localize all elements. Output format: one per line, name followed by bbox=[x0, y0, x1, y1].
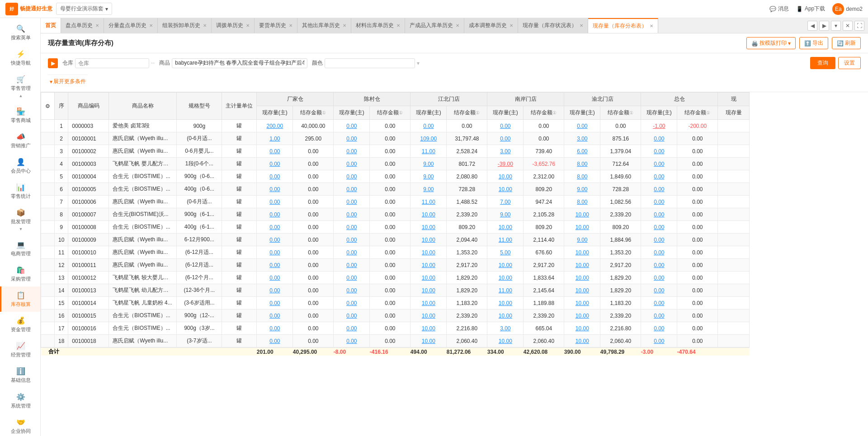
cell-c4-amt-10: 676.60 bbox=[524, 246, 564, 259]
tab-outbound[interactable]: 其他出库单历史 ✕ bbox=[297, 18, 351, 33]
cell-no-13: 14 bbox=[55, 284, 68, 297]
sidebar-inventory-label: 库存核算 bbox=[11, 301, 31, 307]
tab-stock-dist[interactable]: 现存量（库存分布表） ✕ bbox=[588, 18, 658, 33]
tab-expand-btn[interactable]: ⛶ bbox=[854, 21, 864, 31]
tab-assembly-close[interactable]: ✕ bbox=[203, 23, 207, 28]
cell-c4-amt-1: 0.00 bbox=[524, 132, 564, 145]
cell-c2-qty-8: 0.00 bbox=[334, 221, 370, 234]
cell-c1-amt-9: 0.00 bbox=[293, 234, 334, 246]
table-wrapper: ⚙ 序 商品编码 商品名称 规格型号 主计量单位 厂家仓 陈村仓 江北门店 南岸… bbox=[41, 92, 868, 436]
tab-stocktake-close[interactable]: ✕ bbox=[95, 23, 99, 28]
tab-cost-adjust[interactable]: 成本调整单历史 ✕ bbox=[464, 18, 518, 33]
cell-c2-amt-7: 0.00 bbox=[370, 208, 410, 221]
tab-material-out[interactable]: 材料出库单历史 ✕ bbox=[351, 18, 405, 33]
sidebar-item-collab[interactable]: 🤝 企业协同 bbox=[0, 413, 40, 436]
tab-home-label: 首页 bbox=[45, 22, 56, 29]
tab-close-all-btn[interactable]: ✕ bbox=[843, 21, 853, 31]
cell-total-amt-0: -200.00 bbox=[677, 120, 718, 132]
sidebar-item-finance[interactable]: 💰 资金管理 bbox=[0, 312, 40, 337]
print-btn[interactable]: 🖨️ 按模版打印 ▾ bbox=[746, 37, 796, 49]
cell-no-5: 6 bbox=[55, 183, 68, 196]
cell-c4-amt-4: 2,312.00 bbox=[524, 170, 564, 183]
sidebar-item-wholesale[interactable]: 📦 批发管理 ▼ bbox=[0, 204, 40, 235]
tab-product-in[interactable]: 产成品入库单历史 ✕ bbox=[405, 18, 464, 33]
message-btn[interactable]: 💬 消息 bbox=[769, 5, 789, 13]
app-download-btn[interactable]: 📱 App下载 bbox=[796, 5, 825, 13]
sidebar-item-purchase[interactable]: 🛍️ 采购管理 bbox=[0, 261, 40, 286]
sidebar-item-mall[interactable]: 🏪 零售商城 bbox=[0, 103, 40, 128]
cell-c4-qty-10: 5.00 bbox=[487, 246, 524, 259]
sidebar-item-stats[interactable]: 📊 零售统计 bbox=[0, 178, 40, 204]
sidebar-item-member[interactable]: 👤 会员中心 bbox=[0, 153, 40, 178]
cell-extra-14 bbox=[718, 297, 750, 309]
tab-order[interactable]: 要货单历史 ✕ bbox=[255, 18, 297, 33]
warehouse-input[interactable] bbox=[75, 58, 149, 68]
tab-outbound-close[interactable]: ✕ bbox=[343, 23, 346, 28]
th-curr-qty: 现存量 bbox=[718, 106, 750, 120]
search-icon: 🔍 bbox=[16, 24, 25, 33]
cell-c2-qty-4: 0.00 bbox=[334, 170, 370, 183]
cell-c5-qty-13: 10.00 bbox=[564, 284, 600, 297]
cell-c1-amt-10: 0.00 bbox=[293, 246, 334, 259]
footer-c2-qty: -8.00 bbox=[334, 347, 370, 356]
cell-no-6: 7 bbox=[55, 196, 68, 208]
sidebar-item-retail-mgmt[interactable]: 🛒 零售管理 ▲ bbox=[0, 70, 40, 102]
user-btn[interactable]: Ea demo2 bbox=[832, 3, 863, 15]
sidebar-item-base[interactable]: ℹ️ 基础信息 bbox=[0, 362, 40, 388]
cell-total-amt-2: 0.00 bbox=[677, 145, 718, 158]
cell-c1-amt-2: 0.00 bbox=[293, 145, 334, 158]
footer-c5-qty: 390.00 bbox=[564, 347, 600, 356]
cell-c1-qty-13: 0.00 bbox=[257, 284, 293, 297]
sidebar-item-system[interactable]: ⚙️ 系统管理 bbox=[0, 388, 40, 413]
table-row: 18 00100018 惠氏启赋（Wyeth illu... (3-7岁适...… bbox=[41, 335, 750, 348]
tab-transfer-close[interactable]: ✕ bbox=[246, 23, 250, 28]
refresh-btn[interactable]: 🔄 刷新 bbox=[832, 37, 861, 49]
cell-spec-1: (0-6月适... bbox=[177, 132, 222, 145]
sidebar-item-biz[interactable]: 📈 经营管理 bbox=[0, 337, 40, 362]
cell-c4-qty-8: 10.00 bbox=[487, 221, 524, 234]
cell-total-amt-11: 0.00 bbox=[677, 259, 718, 272]
tab-menu-btn[interactable]: ▾ bbox=[831, 21, 841, 31]
export-label: 导出 bbox=[812, 39, 823, 47]
cell-code-17: 00100018 bbox=[68, 335, 109, 348]
inventory-icon: 📋 bbox=[16, 291, 25, 300]
tab-stocktake[interactable]: 盘点单历史 ✕ bbox=[61, 18, 104, 33]
setting-btn[interactable]: 设置 bbox=[838, 57, 861, 69]
color-input[interactable] bbox=[325, 58, 415, 68]
tab-home[interactable]: 首页 bbox=[41, 18, 61, 33]
tab-stock-dist-close[interactable]: ✕ bbox=[650, 23, 653, 28]
cell-c3-amt-6: 1,488.52 bbox=[447, 196, 487, 208]
sidebar-item-inventory[interactable]: 📋 库存核算 bbox=[0, 286, 40, 312]
cell-c1-qty-16: 0.00 bbox=[257, 322, 293, 335]
tab-next-btn[interactable]: ▶ bbox=[819, 21, 829, 31]
tab-order-close[interactable]: ✕ bbox=[289, 23, 292, 28]
expand-conditions-btn[interactable]: ▾ 展开更多条件 bbox=[50, 77, 86, 86]
query-btn[interactable]: 查询 bbox=[810, 57, 835, 69]
tab-partial-close[interactable]: ✕ bbox=[149, 23, 153, 28]
cell-code-8: 00100008 bbox=[68, 221, 109, 234]
tab-partial-stocktake[interactable]: 分量盘点单历史 ✕ bbox=[104, 18, 158, 33]
product-input[interactable] bbox=[172, 58, 307, 68]
tab-material-close[interactable]: ✕ bbox=[396, 23, 400, 28]
org-dropdown[interactable]: 母婴行业演示陈套 ▾ bbox=[56, 3, 112, 15]
search-expand-btn[interactable]: ▶ bbox=[48, 58, 58, 68]
tab-cost-close[interactable]: ✕ bbox=[509, 23, 513, 28]
cell-c2-qty-15: 0.00 bbox=[334, 309, 370, 322]
tab-stock-status-close[interactable]: ✕ bbox=[580, 23, 583, 28]
page-actions: 🖨️ 按模版打印 ▾ ⬆️ 导出 🔄 刷新 bbox=[746, 37, 861, 49]
cell-c2-amt-13: 0.00 bbox=[370, 284, 410, 297]
sidebar-item-nav[interactable]: ⚡ 快捷导航 bbox=[0, 45, 40, 70]
sidebar-item-ecom[interactable]: 💻 电商管理 bbox=[0, 236, 40, 261]
th-jiangbei-store: 江北门店 bbox=[410, 93, 487, 106]
export-btn[interactable]: ⬆️ 导出 bbox=[799, 37, 828, 49]
cell-c5-amt-7: 2,339.20 bbox=[600, 208, 641, 221]
tab-product-close[interactable]: ✕ bbox=[456, 23, 459, 28]
tab-transfer[interactable]: 调拨单历史 ✕ bbox=[212, 18, 255, 33]
cell-total-amt-12: 0.00 bbox=[677, 272, 718, 284]
sidebar-item-search[interactable]: 🔍 搜索英单 bbox=[0, 20, 40, 45]
sidebar-item-marketing[interactable]: 📣 营销推广 bbox=[0, 128, 40, 153]
tab-stock-status[interactable]: 现存量（库存状况表） ✕ bbox=[518, 18, 588, 33]
table-row: 3 00100002 惠氏启赋（Wyeth illu... 0-6月婴儿... … bbox=[41, 145, 750, 158]
tab-prev-btn[interactable]: ◀ bbox=[807, 21, 817, 31]
tab-assembly[interactable]: 组装拆卸单历史 ✕ bbox=[158, 18, 212, 33]
